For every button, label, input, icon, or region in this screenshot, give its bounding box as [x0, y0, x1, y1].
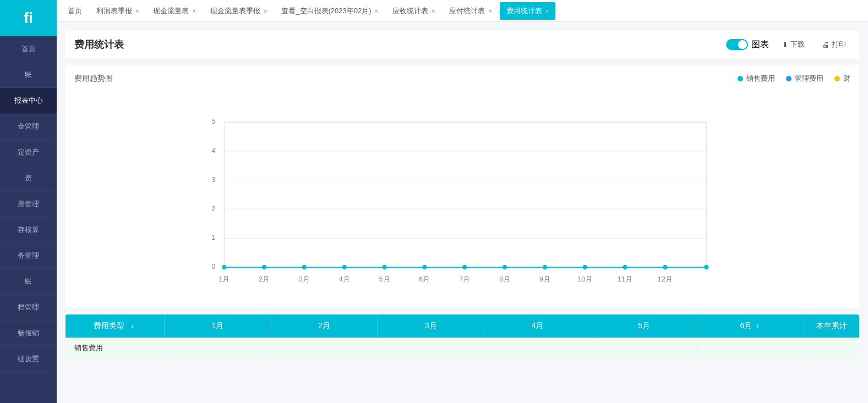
sidebar: fi 首页 账 报表中心 金管理 定资产 资 票管理 存核算 务管理 账 档管理…: [0, 0, 57, 403]
next-months-button[interactable]: ›: [754, 321, 761, 330]
main-area: 首页 利润表季报 × 现金流量表 × 现金流量表季报 × 查看_空白报表(202…: [57, 0, 868, 403]
page-title: 费用统计表: [74, 38, 124, 51]
sidebar-item-archive[interactable]: 档管理: [0, 295, 57, 321]
chart-toggle-label: 图表: [751, 39, 769, 51]
svg-point-15: [302, 265, 307, 269]
chart-header: 费用趋势图 销售费用 管理费用 财: [74, 74, 850, 84]
svg-text:9月: 9月: [539, 275, 550, 283]
th-month-3: 3月: [378, 314, 484, 338]
svg-text:5月: 5月: [379, 275, 390, 283]
td-val-1: [165, 338, 271, 358]
td-val-5: [591, 338, 698, 358]
svg-text:1月: 1月: [219, 275, 230, 283]
tab-cashflow[interactable]: 现金流量表 ×: [146, 2, 202, 20]
svg-text:6月: 6月: [419, 275, 430, 283]
svg-point-21: [543, 265, 547, 269]
header-actions: 图表 ⬇ 下载 🖨 打印: [726, 37, 850, 52]
tab-bar: 首页 利润表季报 × 现金流量表 × 现金流量表季报 × 查看_空白报表(202…: [57, 0, 868, 22]
tab-receivable[interactable]: 应收统计表 ×: [386, 2, 441, 20]
print-button[interactable]: 🖨 打印: [818, 37, 850, 52]
svg-point-23: [623, 265, 627, 269]
svg-text:11月: 11月: [618, 275, 632, 283]
tab-close-icon[interactable]: ×: [192, 8, 195, 14]
svg-point-16: [342, 265, 347, 269]
legend-finance-dot: [834, 76, 840, 81]
sidebar-item-reports[interactable]: 报表中心: [0, 88, 57, 114]
sidebar-logo: fi: [0, 0, 57, 36]
tab-home[interactable]: 首页: [61, 2, 89, 20]
td-val-2: [271, 338, 378, 358]
tab-profit-quarterly[interactable]: 利润表季报 ×: [90, 2, 145, 20]
download-icon: ⬇: [782, 41, 788, 49]
svg-point-18: [422, 265, 427, 269]
td-val-4: [484, 338, 591, 358]
tab-close-icon[interactable]: ×: [135, 8, 139, 14]
table-row: 销售费用: [65, 338, 859, 359]
svg-point-19: [462, 265, 467, 269]
tab-cashflow-quarterly[interactable]: 现金流量表季报 ×: [204, 2, 274, 20]
print-icon: 🖨: [822, 41, 829, 49]
chart-legend: 销售费用 管理费用 财: [738, 74, 850, 84]
sidebar-item-account[interactable]: 账: [0, 62, 57, 88]
svg-point-24: [663, 265, 667, 269]
sidebar-item-services[interactable]: 务管理: [0, 243, 57, 269]
svg-text:5: 5: [211, 118, 215, 125]
svg-text:0: 0: [211, 263, 215, 270]
tab-expense-stats[interactable]: 费用统计表 ×: [500, 2, 555, 20]
chart-toggle-wrap[interactable]: 图表: [726, 39, 769, 51]
sidebar-item-ledger[interactable]: 账: [0, 269, 57, 295]
tab-blank-report[interactable]: 查看_空白报表(2023年02月) ×: [275, 2, 385, 20]
th-type: 费用类型 ‹: [65, 314, 165, 338]
tab-close-icon[interactable]: ×: [375, 8, 378, 14]
tab-close-icon[interactable]: ×: [545, 8, 549, 14]
sidebar-item-home[interactable]: 首页: [0, 36, 57, 62]
svg-text:4月: 4月: [339, 275, 350, 283]
svg-point-22: [583, 265, 587, 269]
legend-sales-label: 销售费用: [746, 74, 775, 84]
sidebar-item-assets[interactable]: 定资产: [0, 140, 57, 165]
chart-toggle[interactable]: [726, 39, 748, 50]
download-button[interactable]: ⬇ 下载: [778, 37, 809, 52]
sidebar-item-invest[interactable]: 资: [0, 165, 57, 191]
legend-admin: 管理费用: [786, 74, 823, 84]
svg-point-13: [222, 265, 226, 269]
content-area: 费用统计表 图表 ⬇ 下载 🖨 打印 费用趋势图: [57, 22, 868, 403]
svg-point-14: [262, 265, 266, 269]
table-header: 费用类型 ‹ 1月 2月 3月 4月 5月 6月 › 本年累计: [65, 314, 859, 338]
table-section: 费用类型 ‹ 1月 2月 3月 4月 5月 6月 › 本年累计 销售费用: [65, 314, 859, 359]
svg-text:2: 2: [211, 205, 215, 213]
sidebar-item-expense[interactable]: 畅报销: [0, 321, 57, 346]
svg-text:8月: 8月: [499, 275, 510, 283]
legend-sales: 销售费用: [738, 74, 775, 84]
svg-text:1: 1: [211, 234, 215, 241]
th-month-1: 1月: [165, 314, 271, 338]
sidebar-item-inventory[interactable]: 存核算: [0, 217, 57, 243]
prev-months-button[interactable]: ‹: [129, 322, 136, 330]
svg-point-17: [382, 265, 386, 269]
svg-point-25: [704, 265, 708, 269]
th-month-5: 5月: [591, 314, 698, 338]
tab-close-icon[interactable]: ×: [264, 8, 267, 14]
page-header: 费用统计表 图表 ⬇ 下载 🖨 打印: [65, 31, 859, 58]
td-total: [804, 338, 859, 358]
svg-point-20: [503, 265, 507, 269]
svg-text:7月: 7月: [459, 275, 470, 283]
td-type: 销售费用: [65, 338, 165, 358]
sidebar-item-invoice[interactable]: 票管理: [0, 191, 57, 217]
svg-text:12月: 12月: [658, 275, 673, 283]
tab-close-icon[interactable]: ×: [432, 8, 435, 14]
legend-admin-label: 管理费用: [795, 74, 823, 84]
svg-text:10月: 10月: [577, 275, 592, 283]
tab-close-icon[interactable]: ×: [488, 8, 492, 14]
sidebar-item-cash[interactable]: 金管理: [0, 114, 57, 140]
svg-rect-12: [224, 122, 706, 267]
tab-payable[interactable]: 应付统计表 ×: [443, 2, 498, 20]
td-val-6: [697, 338, 804, 358]
th-month-4: 4月: [484, 314, 591, 338]
th-month-6: 6月 ›: [697, 314, 804, 338]
chart-container: 0 1 2 3 4 5: [74, 90, 850, 299]
legend-finance: 财: [834, 74, 850, 84]
th-total: 本年累计: [804, 314, 859, 338]
legend-finance-label: 财: [843, 74, 850, 84]
sidebar-item-settings[interactable]: 础设置: [0, 346, 57, 372]
